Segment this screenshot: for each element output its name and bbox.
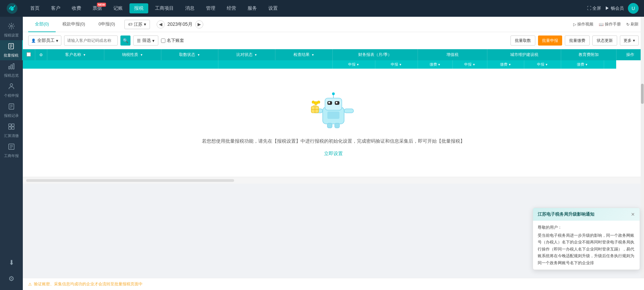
right-scrollbar[interactable] [641, 17, 644, 290]
new-badge: NEW [97, 3, 106, 7]
scroll-thumb [641, 84, 644, 104]
filter-icon-comparestatus[interactable]: ▼ [254, 53, 257, 57]
notif-greeting: 尊敬的用户： [538, 224, 635, 231]
batch-fetch-btn[interactable]: 批量取数 [511, 35, 535, 46]
page-header-right: ▷ 操作视频 📖 操作手册 ↻ 刷新 [573, 21, 639, 27]
filter-sub1[interactable]: ▼ [356, 63, 359, 66]
fullscreen-btn[interactable]: ⛶ 全屏 [587, 5, 601, 11]
empty-state: 若您想使用批量报税功能，请先在【报税设置】中进行报税的初始化设置，完成密码验证和… [23, 69, 644, 177]
app-logo[interactable] [5, 2, 19, 15]
filter-icon-checkresult[interactable]: ▼ [311, 53, 314, 57]
sidebar-config[interactable]: ⚙ [0, 271, 23, 286]
svg-point-10 [10, 84, 12, 86]
svg-rect-9 [13, 64, 14, 69]
filter-sub7[interactable]: ▼ [585, 63, 588, 66]
th-checkresult: 检查结果 ▼ [275, 49, 332, 60]
th-comparestatus: 比对状态 ▼ [218, 49, 275, 60]
table-container: ⚙ 客户名称 ▼ 纳税性质 ▼ 取数状态 ▼ 比对状态 [23, 49, 644, 177]
nav-tax[interactable]: 报税 [129, 3, 148, 13]
nav-invoice[interactable]: 票据 NEW [88, 3, 107, 13]
month-navigator: ◀ 2023年05月 ▶ [157, 20, 203, 28]
nav-ops[interactable]: 经营 [222, 3, 241, 13]
next-month-btn[interactable]: ▶ [195, 20, 203, 28]
svg-rect-24 [325, 98, 342, 110]
more-chevron-icon: ▾ [633, 38, 635, 43]
sidebar-item-annual-report[interactable]: 工商年报 [0, 141, 23, 161]
filter-icon-taxtype[interactable]: ▼ [140, 53, 143, 57]
nav-customer[interactable]: 客户 [46, 3, 65, 13]
notif-title: 江苏电子税务局升级影响通知 [538, 211, 594, 217]
member-btn[interactable]: ▶ 畅会员 [605, 5, 624, 11]
employee-select[interactable]: 👤 全部员工 ▾ [28, 35, 61, 46]
nav-home[interactable]: 首页 [25, 3, 44, 13]
nav-business[interactable]: 工商项目 [150, 3, 178, 13]
more-btn[interactable]: 更多 ▾ [620, 35, 639, 46]
operation-manual-btn[interactable]: 📖 操作手册 [599, 21, 621, 27]
accounts-checkbox[interactable] [161, 39, 165, 43]
filter-sub5[interactable]: ▼ [508, 63, 511, 66]
filter-sub2[interactable]: ▼ [399, 63, 402, 66]
nav-fee[interactable]: 收费 [67, 3, 86, 13]
tab-all[interactable]: 全部(0) [28, 17, 56, 32]
tab-taxdecl[interactable]: 税款申报(0) [56, 17, 92, 32]
search-input[interactable] [64, 35, 118, 46]
tab-zerodecl[interactable]: 0申报(0) [92, 17, 122, 32]
sidebar-item-clearance[interactable]: 汇算清缴 [0, 121, 23, 141]
user-avatar[interactable]: U [628, 3, 639, 14]
select-all-checkbox[interactable] [26, 52, 31, 57]
nav-service[interactable]: 服务 [243, 3, 262, 13]
nav-accounting[interactable]: 记账 [109, 3, 127, 13]
nav-settings[interactable]: 设置 [264, 3, 282, 13]
records-icon [8, 103, 15, 112]
svg-rect-17 [9, 127, 11, 129]
gear-icon: ⚙ [39, 53, 43, 57]
notification-panel: 江苏电子税务局升级影响通知 ✕ 尊敬的用户： 受当前电子税务局进一步升级的影响，… [533, 208, 640, 270]
horizontal-scrollbar[interactable] [26, 179, 234, 182]
svg-rect-32 [344, 109, 354, 113]
filter-icon-customer[interactable]: ▼ [83, 53, 86, 57]
sidebar-item-taxsettings[interactable]: 报税设置 [0, 20, 23, 40]
video-icon: ▷ [573, 22, 576, 27]
status-update-btn[interactable]: 状态更新 [592, 35, 617, 46]
batch-pay-btn[interactable]: 批量缴费 [565, 35, 590, 46]
th-edu-pay: 缴费▼ [561, 60, 604, 69]
accounts-checkbox-label[interactable]: 名下账套 [161, 38, 184, 44]
chevron-down-icon: ▾ [144, 22, 146, 27]
filter-icon-fetchstatus[interactable]: ▼ [197, 53, 200, 57]
sidebar-item-batchreport[interactable]: 批量报税 [0, 40, 23, 60]
th-financialreport: 财务报表（月/季） [332, 49, 418, 60]
svg-rect-15 [9, 124, 11, 126]
annual-report-icon [8, 143, 15, 152]
province-selector[interactable]: 🏷 江苏 ▾ [124, 20, 150, 29]
svg-rect-8 [11, 65, 12, 69]
nav-right: ⛶ 全屏 ▶ 畅会员 U [587, 3, 639, 14]
batch-report-btn[interactable]: 批量申报 [538, 35, 562, 46]
sidebar-item-records[interactable]: 报税记录 [0, 100, 23, 121]
search-btn[interactable]: 🔍 [120, 35, 130, 46]
select-all-header [23, 49, 35, 60]
gear-header[interactable]: ⚙ [35, 49, 47, 60]
nav-message[interactable]: 消息 [180, 3, 199, 13]
th-edu-report: 申报▼ [524, 60, 561, 69]
operation-video-btn[interactable]: ▷ 操作视频 [573, 21, 593, 27]
notif-text: 受当前电子税务局进一步升级的影响，同一个政务网账号（办税人）名下的企业不能再同时… [538, 232, 635, 266]
th-city-pay: 缴费▼ [487, 60, 524, 69]
clearance-icon [8, 123, 15, 132]
filter-sub4[interactable]: ▼ [472, 63, 475, 66]
refresh-btn[interactable]: ↻ 刷新 [626, 21, 639, 27]
prev-month-btn[interactable]: ◀ [157, 20, 165, 28]
sidebar-label-taxsettings: 报税设置 [4, 33, 19, 38]
nav-manage[interactable]: 管理 [201, 3, 220, 13]
filter-sub6[interactable]: ▼ [545, 63, 548, 66]
filter-sub3[interactable]: ▼ [438, 63, 441, 66]
empty-row: 若您想使用批量报税功能，请先在【报税设置】中进行报税的初始化设置，完成密码验证和… [23, 69, 644, 177]
setup-link[interactable]: 立即设置 [324, 151, 343, 157]
filter-btn[interactable]: ☰ 筛选 ▾ [133, 35, 158, 46]
notif-body[interactable]: 尊敬的用户： 受当前电子税务局进一步升级的影响，同一个政务网账号（办税人）名下的… [533, 221, 640, 270]
sidebar-download[interactable]: ⬇ [0, 255, 23, 270]
th-vat-pay: 缴费▼ [418, 60, 452, 69]
sidebar-item-personal-tax[interactable]: 个税申报 [0, 80, 23, 100]
notif-close-btn[interactable]: ✕ [631, 212, 635, 217]
sidebar-item-overview[interactable]: 报税总览 [0, 60, 23, 80]
batchreport-icon [7, 43, 15, 52]
